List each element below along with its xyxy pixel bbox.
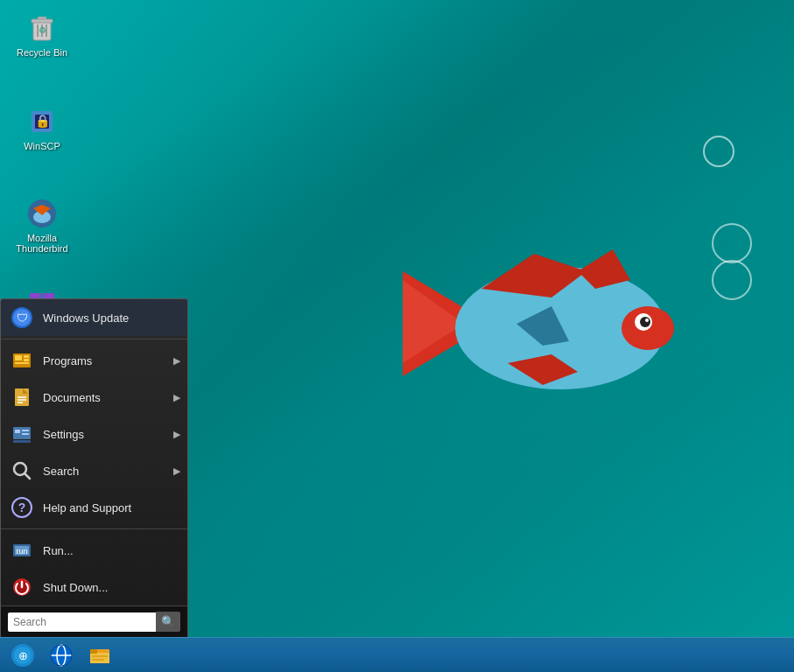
menu-separator-1 — [1, 339, 187, 340]
programs-icon — [10, 348, 34, 373]
svg-text:🛡: 🛡 — [17, 312, 28, 325]
thunderbird-label: Mozilla Thunderbird — [16, 233, 67, 254]
decorative-circle-small — [703, 136, 734, 167]
svg-rect-47 — [13, 440, 31, 443]
svg-text:♻: ♻ — [39, 25, 46, 35]
svg-rect-35 — [24, 355, 29, 358]
menu-item-shutdown[interactable]: Shut Down... — [1, 569, 187, 606]
search-menu-icon — [10, 458, 34, 483]
svg-rect-66 — [90, 653, 109, 663]
desktop-icon-recycle-bin[interactable]: ♻ Recycle Bin — [7, 7, 77, 61]
start-menu-search-input[interactable] — [8, 612, 156, 632]
svg-rect-67 — [90, 649, 97, 654]
documents-arrow: ▶ — [173, 392, 180, 403]
run-icon: run — [10, 538, 34, 563]
decorative-circles-large — [700, 221, 763, 300]
svg-text:🔒: 🔒 — [35, 114, 51, 129]
svg-rect-46 — [22, 433, 29, 435]
start-menu-search-bar: 🔍 — [1, 606, 187, 637]
svg-text:⊕: ⊕ — [18, 649, 28, 662]
desktop: ♻ Recycle Bin 🔒 WinSCP Mozilla Thunderbi… — [0, 0, 794, 672]
search-arrow: ▶ — [173, 466, 180, 477]
help-icon: ? — [10, 495, 34, 520]
taskbar-explorer-button[interactable] — [82, 640, 117, 671]
settings-arrow: ▶ — [173, 429, 180, 440]
svg-rect-44 — [15, 430, 20, 433]
menu-item-help[interactable]: ? Help and Support — [1, 489, 187, 526]
menu-item-settings[interactable]: Settings ▶ — [1, 416, 187, 452]
svg-text:run: run — [16, 547, 27, 556]
svg-rect-69 — [92, 659, 104, 661]
desktop-icon-winscp[interactable]: 🔒 WinSCP — [7, 101, 77, 155]
svg-rect-37 — [15, 362, 29, 364]
menu-item-windows-update[interactable]: 🛡 Windows Update — [1, 299, 187, 336]
menu-item-programs[interactable]: Programs ▶ — [1, 342, 187, 379]
menu-item-documents[interactable]: Documents ▶ — [1, 379, 187, 416]
windows-update-icon: 🛡 — [10, 305, 34, 330]
svg-point-0 — [713, 224, 751, 262]
start-menu: 🛡 Windows Update Programs ▶ — [0, 298, 188, 637]
svg-line-49 — [25, 473, 30, 479]
svg-rect-15 — [38, 17, 46, 20]
menu-item-search[interactable]: Search ▶ — [1, 452, 187, 489]
menu-separator-2 — [1, 528, 187, 529]
thunderbird-icon — [25, 196, 60, 231]
shutdown-icon — [10, 575, 34, 599]
fish-illustration — [376, 201, 709, 446]
svg-rect-68 — [92, 655, 108, 657]
recycle-bin-icon: ♻ — [25, 10, 60, 46]
svg-text:?: ? — [18, 500, 26, 514]
programs-arrow: ▶ — [173, 355, 180, 367]
start-menu-search-button[interactable]: 🔍 — [156, 612, 180, 632]
svg-rect-36 — [24, 359, 29, 361]
svg-rect-34 — [15, 355, 22, 360]
taskbar-start-button[interactable]: ⊕ — [5, 640, 40, 671]
taskbar: ⊕ — [0, 637, 794, 672]
desktop-icon-thunderbird[interactable]: Mozilla Thunderbird — [7, 192, 77, 257]
svg-point-10 — [640, 317, 650, 327]
recycle-bin-label: Recycle Bin — [17, 47, 67, 58]
svg-point-1 — [713, 261, 751, 299]
winscp-icon: 🔒 — [25, 104, 60, 139]
settings-icon — [10, 422, 34, 446]
documents-icon — [10, 385, 34, 410]
menu-item-run[interactable]: run Run... — [1, 532, 187, 569]
svg-rect-45 — [22, 430, 29, 431]
svg-point-11 — [645, 318, 649, 322]
taskbar-ie-button[interactable] — [44, 640, 79, 671]
winscp-label: WinSCP — [24, 141, 60, 151]
